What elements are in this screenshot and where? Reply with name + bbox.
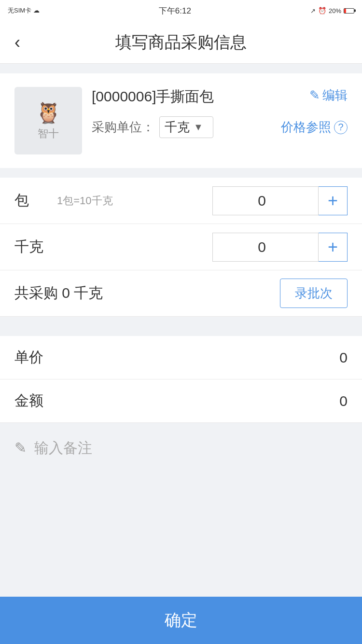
bao-input-group: +: [212, 186, 348, 215]
batch-button[interactable]: 录批次: [280, 279, 348, 308]
product-logo: 🦉 智十: [14, 87, 82, 154]
bao-label: 包: [14, 191, 53, 210]
product-name: [0000006]手撕面包: [92, 87, 214, 107]
summary-row: 共采购 0 千克 录批次: [0, 270, 362, 317]
battery-bar: [344, 8, 354, 14]
product-unit-row: 采购单位： 千克 ▼ 价格参照 ?: [92, 116, 348, 138]
remark-section[interactable]: ✎ 输入备注: [0, 424, 362, 482]
owl-icon: 🦉: [36, 101, 61, 125]
quantity-section: 包 1包=10千克 + 千克 + 共采购 0 千克 录批次: [0, 178, 362, 317]
location-icon: ↗: [310, 7, 316, 14]
section-divider-2: [0, 317, 362, 326]
pencil-icon: ✎: [14, 439, 27, 456]
price-section: 单价 0 金额 0: [0, 336, 362, 423]
price-reference-button[interactable]: 价格参照 ?: [281, 119, 348, 136]
battery-text: 20%: [329, 7, 341, 14]
nav-bar: ‹ 填写商品采购信息: [0, 21, 362, 64]
kg-label: 千克: [14, 237, 53, 257]
alarm-icon: ⏰: [318, 7, 326, 14]
unit-selector-group: 采购单位： 千克 ▼: [92, 116, 213, 138]
kg-input-row: 千克 +: [0, 224, 362, 270]
bao-plus-button[interactable]: +: [319, 186, 348, 215]
no-sim-label: 无SIM卡 ☁: [8, 6, 40, 15]
kg-input-group: +: [212, 233, 348, 262]
battery-fill: [344, 9, 346, 13]
unit-label: 采购单位：: [92, 119, 154, 136]
bao-input-row: 包 1包=10千克 +: [0, 178, 362, 224]
product-card: 🦉 智十 [0000006]手撕面包 ✎ 编辑 采购单位： 千克 ▼ 价格参照: [0, 73, 362, 168]
unit-price-label: 单价: [14, 348, 43, 367]
remark-input[interactable]: 输入备注: [34, 438, 92, 458]
price-ref-help-icon: ?: [334, 121, 348, 134]
confirm-label: 确定: [165, 609, 197, 631]
kg-plus-button[interactable]: +: [319, 233, 348, 262]
status-time: 下午6:12: [159, 5, 191, 16]
amount-row: 金额 0: [0, 379, 362, 423]
product-header: [0000006]手撕面包 ✎ 编辑: [92, 87, 348, 107]
bao-sub-label: 1包=10千克: [57, 194, 113, 208]
product-id: [0000006]: [92, 88, 156, 104]
unit-price-row: 单价 0: [0, 336, 362, 379]
amount-value: 0: [339, 393, 348, 409]
unit-price-value: 0: [339, 350, 348, 366]
amount-label: 金额: [14, 391, 43, 411]
logo-text: 智十: [38, 126, 59, 141]
section-divider-1: [0, 168, 362, 178]
unit-select[interactable]: 千克 ▼: [159, 116, 213, 138]
kg-input[interactable]: [212, 233, 319, 262]
product-image: 🦉 智十: [14, 87, 82, 154]
status-right: ↗ ⏰ 20%: [310, 7, 354, 14]
dropdown-arrow-icon: ▼: [194, 122, 203, 133]
summary-text: 共采购 0 千克: [14, 283, 103, 303]
back-button[interactable]: ‹: [14, 32, 20, 53]
edit-button[interactable]: ✎ 编辑: [309, 87, 348, 104]
status-bar: 无SIM卡 ☁ 下午6:12 ↗ ⏰ 20%: [0, 0, 362, 21]
page-title: 填写商品采购信息: [115, 31, 247, 54]
edit-icon: ✎: [309, 88, 320, 103]
price-ref-label: 价格参照: [281, 119, 331, 136]
confirm-button[interactable]: 确定: [0, 597, 362, 644]
battery-indicator: [344, 8, 354, 14]
edit-label: 编辑: [322, 87, 348, 104]
product-title: 手撕面包: [156, 88, 214, 104]
unit-value: 千克: [165, 119, 190, 136]
bao-input[interactable]: [212, 186, 319, 215]
product-info: [0000006]手撕面包 ✎ 编辑 采购单位： 千克 ▼ 价格参照 ?: [92, 87, 348, 138]
status-left: 无SIM卡 ☁: [8, 6, 40, 15]
